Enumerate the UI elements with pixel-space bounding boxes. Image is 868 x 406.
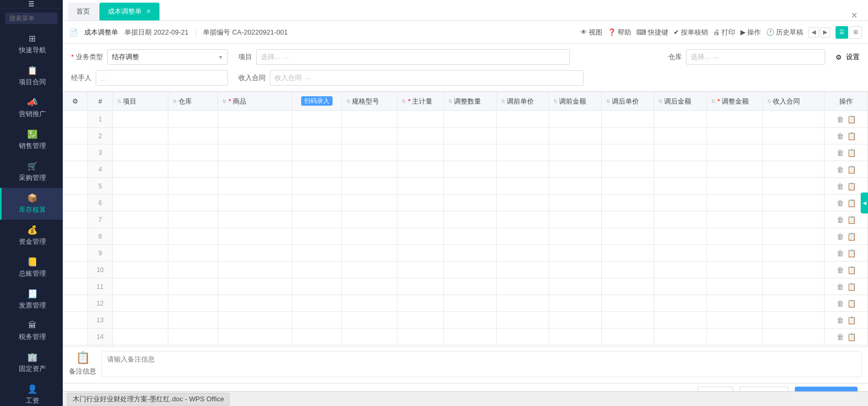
warehouse-input[interactable]: 选择... ··· [686,49,825,65]
row-delete-icon[interactable]: 🗑 [837,232,844,241]
row-adj-amt-cell[interactable] [707,178,763,195]
row-adj-qty-cell[interactable] [443,345,496,347]
row-product-cell[interactable] [218,312,292,329]
income-contract-input[interactable]: 收入合同 ··· [270,70,584,86]
green-side-tab[interactable]: ◀ [861,193,868,213]
table-row[interactable]: 14 🗑 📋 [63,329,868,345]
row-unit-cell[interactable] [397,161,444,178]
row-post-price-cell[interactable] [601,278,654,295]
row-project-cell[interactable] [112,128,168,144]
row-post-amt-cell[interactable] [654,295,707,312]
row-scan-cell[interactable] [292,345,341,347]
row-copy-icon[interactable]: 📋 [847,299,856,308]
row-warehouse-cell[interactable] [168,228,218,245]
row-scan-cell[interactable] [292,295,341,312]
sidebar-item-inventory[interactable]: 📦 库存核算 [0,188,63,220]
row-delete-icon[interactable]: 🗑 [837,333,844,341]
sidebar-item-sales[interactable]: 💹 销售管理 [0,124,63,156]
tab-home[interactable]: 首页 [68,3,98,20]
sidebar-item-finance[interactable]: 💰 资金管理 [0,220,63,252]
window-close-icon[interactable]: ✕ [851,10,858,20]
row-scan-cell[interactable] [292,228,341,245]
row-adj-qty-cell[interactable] [443,211,496,228]
th-project[interactable]: ⇅ 项目 [112,92,168,111]
row-adj-amt-cell[interactable] [707,345,763,347]
row-income-cell[interactable] [762,228,824,245]
row-adj-amt-cell[interactable] [707,278,763,295]
row-unit-cell[interactable] [397,228,444,245]
row-post-amt-cell[interactable] [654,329,707,345]
row-post-price-cell[interactable] [601,262,654,278]
sidebar-item-quick-nav[interactable]: ⊞ 快速导航 [0,28,63,60]
check-action[interactable]: ✔ 按单核销 [673,28,708,37]
row-unit-cell[interactable] [397,111,444,128]
row-project-cell[interactable] [112,195,168,211]
row-spec-cell[interactable] [341,161,397,178]
grid-view-button[interactable]: ⊞ [849,26,862,39]
row-scan-cell[interactable] [292,312,341,329]
table-row[interactable]: 4 🗑 📋 [63,161,868,178]
shortcut-action[interactable]: ⌨ 快捷键 [636,28,668,37]
row-pre-price-cell[interactable] [496,211,549,228]
handler-input[interactable]: ... [96,70,228,86]
row-scan-cell[interactable] [292,128,341,144]
row-unit-cell[interactable] [397,144,444,161]
row-project-cell[interactable] [112,211,168,228]
row-copy-icon[interactable]: 📋 [847,149,856,157]
row-product-cell[interactable] [218,329,292,345]
row-project-cell[interactable] [112,278,168,295]
history-action[interactable]: 🕐 历史草稿 [766,28,803,37]
row-product-cell[interactable] [218,144,292,161]
row-delete-icon[interactable]: 🗑 [837,182,844,190]
row-spec-cell[interactable] [341,111,397,128]
row-adj-qty-cell[interactable] [443,144,496,161]
row-adj-qty-cell[interactable] [443,195,496,211]
row-pre-price-cell[interactable] [496,161,549,178]
row-post-amt-cell[interactable] [654,161,707,178]
row-unit-cell[interactable] [397,245,444,262]
row-income-cell[interactable] [762,128,824,144]
op-action[interactable]: ▶ 操作 [740,28,761,37]
row-product-cell[interactable] [218,262,292,278]
row-spec-cell[interactable] [341,345,397,347]
row-pre-amt-cell[interactable] [549,144,602,161]
row-scan-cell[interactable] [292,245,341,262]
row-product-cell[interactable] [218,178,292,195]
row-copy-icon[interactable]: 📋 [847,266,856,274]
row-pre-amt-cell[interactable] [549,262,602,278]
row-scan-cell[interactable] [292,262,341,278]
project-input[interactable]: 选择... ··· [256,49,570,65]
row-spec-cell[interactable] [341,245,397,262]
row-delete-icon[interactable]: 🗑 [837,115,844,123]
row-delete-icon[interactable]: 🗑 [837,132,844,140]
row-warehouse-cell[interactable] [168,211,218,228]
row-spec-cell[interactable] [341,195,397,211]
row-delete-icon[interactable]: 🗑 [837,283,844,291]
row-post-price-cell[interactable] [601,128,654,144]
row-unit-cell[interactable] [397,178,444,195]
row-product-cell[interactable] [218,128,292,144]
row-pre-price-cell[interactable] [496,178,549,195]
sidebar-item-purchase[interactable]: 🛒 采购管理 [0,156,63,188]
sidebar-item-tax[interactable]: 🏛 税务管理 [0,315,63,347]
table-row[interactable]: 10 🗑 📋 [63,262,868,278]
row-delete-icon[interactable]: 🗑 [837,299,844,308]
th-product[interactable]: ⇅ * 商品 [218,92,292,111]
table-row[interactable]: 15 🗑 📋 [63,345,868,347]
sidebar-item-project-contract[interactable]: 📋 项目合同 [0,60,63,92]
row-copy-icon[interactable]: 📋 [847,182,856,190]
row-warehouse-cell[interactable] [168,195,218,211]
row-warehouse-cell[interactable] [168,128,218,144]
row-spec-cell[interactable] [341,178,397,195]
row-copy-icon[interactable]: 📋 [847,199,856,207]
row-scan-cell[interactable] [292,144,341,161]
row-product-cell[interactable] [218,345,292,347]
row-post-price-cell[interactable] [601,161,654,178]
row-warehouse-cell[interactable] [168,144,218,161]
row-warehouse-cell[interactable] [168,345,218,347]
row-pre-amt-cell[interactable] [549,329,602,345]
table-row[interactable]: 5 🗑 📋 [63,178,868,195]
row-pre-price-cell[interactable] [496,312,549,329]
table-row[interactable]: 12 🗑 📋 [63,295,868,312]
row-pre-amt-cell[interactable] [549,228,602,245]
